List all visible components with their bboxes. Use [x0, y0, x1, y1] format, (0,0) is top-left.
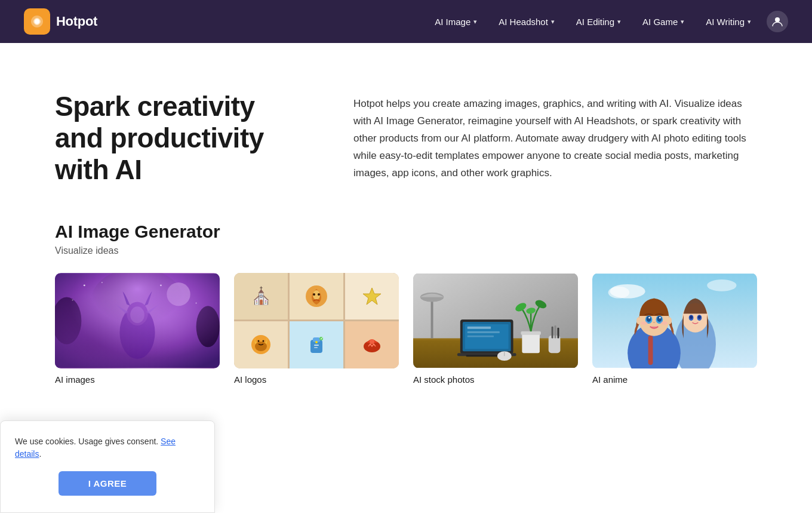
- brand-logo-link[interactable]: Hotpot: [24, 8, 97, 35]
- svg-point-30: [319, 337, 323, 340]
- chevron-down-icon: ▾: [681, 18, 684, 26]
- svg-point-32: [370, 339, 374, 344]
- svg-rect-48: [521, 331, 541, 334]
- svg-point-12: [160, 284, 162, 286]
- card-ai-stock[interactable]: AI stock photos: [413, 273, 578, 385]
- svg-rect-37: [431, 297, 433, 338]
- svg-rect-29: [314, 347, 318, 348]
- svg-point-18: [318, 293, 320, 296]
- svg-point-72: [647, 316, 651, 322]
- svg-point-76: [641, 321, 648, 325]
- svg-rect-47: [522, 332, 540, 353]
- svg-point-0: [35, 19, 39, 24]
- svg-point-24: [263, 340, 264, 342]
- svg-point-11: [102, 282, 103, 283]
- chevron-down-icon: ▾: [551, 18, 555, 26]
- svg-rect-53: [552, 327, 553, 339]
- card-image-anime: [592, 273, 757, 368]
- nav-item-ai-game[interactable]: AI Game ▾: [634, 12, 693, 32]
- svg-point-59: [608, 287, 629, 299]
- svg-point-74: [648, 317, 650, 318]
- svg-point-9: [130, 306, 144, 323]
- svg-point-23: [258, 340, 260, 342]
- svg-point-1: [775, 17, 780, 22]
- svg-rect-43: [467, 331, 500, 333]
- svg-point-21: [255, 342, 267, 351]
- hero-right: Hotpot helps you create amazing images, …: [353, 91, 757, 182]
- svg-point-10: [84, 284, 85, 286]
- svg-point-7: [119, 306, 155, 359]
- card-image-logos: ⛪: [234, 273, 399, 368]
- svg-rect-55: [558, 328, 559, 339]
- svg-point-13: [196, 302, 197, 303]
- card-label-ai-images: AI images: [55, 374, 220, 385]
- navigation: Hotpot AI Image ▾ AI Headshot ▾ AI Editi…: [0, 0, 812, 43]
- section-title: AI Image Generator: [55, 222, 757, 242]
- svg-point-6: [196, 306, 220, 347]
- svg-marker-19: [363, 288, 381, 305]
- nav-item-ai-editing[interactable]: AI Editing ▾: [568, 12, 629, 32]
- svg-rect-54: [555, 325, 556, 339]
- svg-point-27: [315, 341, 318, 343]
- ai-image-section: AI Image Generator Visualize ideas: [0, 222, 812, 420]
- svg-point-17: [313, 293, 315, 296]
- hero-title: Spark creativity and productivity with A…: [55, 91, 306, 186]
- svg-point-5: [55, 297, 81, 344]
- brand-name: Hotpot: [56, 14, 97, 29]
- svg-point-66: [698, 315, 701, 319]
- svg-point-78: [636, 317, 641, 324]
- nav-item-ai-headshot[interactable]: AI Headshot ▾: [490, 12, 563, 32]
- svg-point-77: [660, 321, 668, 325]
- svg-rect-44: [467, 335, 494, 337]
- nav-item-ai-writing[interactable]: AI Writing ▾: [697, 12, 759, 32]
- svg-point-75: [659, 317, 661, 318]
- svg-point-3: [90, 273, 184, 339]
- chevron-down-icon: ▾: [748, 18, 751, 26]
- card-image-fantasy: [55, 273, 220, 368]
- card-label-ai-logos: AI logos: [234, 374, 399, 385]
- svg-rect-68: [648, 335, 653, 364]
- svg-point-79: [667, 317, 672, 324]
- user-account-icon[interactable]: [767, 11, 788, 32]
- svg-rect-42: [467, 327, 491, 329]
- brand-logo-icon: [24, 8, 50, 35]
- chevron-down-icon: ▾: [617, 18, 621, 26]
- card-label-ai-anime: AI anime: [592, 374, 757, 385]
- nav-links: AI Image ▾ AI Headshot ▾ AI Editing ▾ AI…: [426, 12, 759, 32]
- svg-point-73: [657, 316, 662, 322]
- chevron-down-icon: ▾: [473, 18, 477, 26]
- svg-rect-28: [314, 345, 319, 346]
- hero-description: Hotpot helps you create amazing images, …: [353, 96, 757, 182]
- card-ai-anime[interactable]: AI anime: [592, 273, 757, 385]
- svg-point-65: [690, 315, 693, 319]
- svg-rect-2: [55, 274, 220, 368]
- card-ai-logos[interactable]: ⛪: [234, 273, 399, 385]
- card-label-ai-stock: AI stock photos: [413, 374, 578, 385]
- svg-point-60: [707, 279, 736, 291]
- hero-section: Spark creativity and productivity with A…: [0, 43, 812, 222]
- svg-point-4: [167, 282, 190, 306]
- card-image-stock: [413, 273, 578, 368]
- hero-left: Spark creativity and productivity with A…: [55, 91, 306, 186]
- section-subtitle: Visualize ideas: [55, 245, 757, 256]
- nav-item-ai-image[interactable]: AI Image ▾: [426, 12, 485, 32]
- svg-point-14: [72, 299, 73, 300]
- cards-grid: AI images ⛪: [55, 273, 757, 385]
- card-ai-images[interactable]: AI images: [55, 273, 220, 385]
- svg-point-8: [127, 302, 147, 325]
